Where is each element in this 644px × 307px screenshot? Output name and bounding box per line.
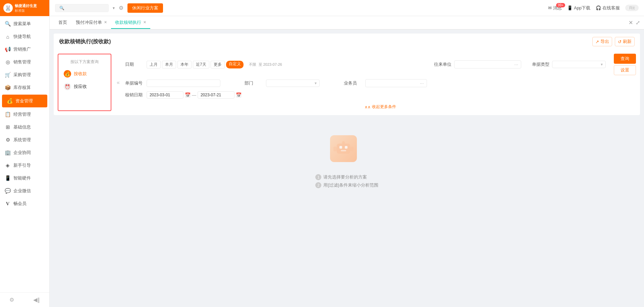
counterpart-row: 往来单位 ··· 单据类型 ▾ [434, 60, 606, 68]
refresh-button[interactable]: ↺ 刷新 [615, 37, 635, 46]
sidebar: 🐰 畅捷通好生意 标准版 🔍 搜索菜单 ⌂ 快捷导航 📢 营销推广 ◎ 销售管理… [0, 0, 50, 307]
tab-receipt-offset-close[interactable]: ✕ [143, 20, 146, 24]
tab-home[interactable]: 首页 [54, 17, 72, 29]
search-icon: 🔍 [59, 6, 64, 10]
date-btn-this-year[interactable]: 本年 [177, 61, 192, 68]
service-icon: 🎧 [596, 5, 601, 10]
date-btn-this-month[interactable]: 本月 [162, 61, 176, 68]
svg-rect-2 [345, 146, 347, 149]
empty-hint-2: 2 用[过滤]条件来缩小分析范围 [315, 182, 378, 188]
staff-input[interactable] [368, 81, 419, 86]
filter-sidebar-title: 按以下方案查询 [58, 58, 111, 67]
sidebar-item-member[interactable]: V 畅会员 [0, 197, 49, 210]
sidebar-settings-btn[interactable]: ⚙ [7, 295, 17, 304]
export-button[interactable]: ↗ 导出 [592, 37, 612, 46]
sidebar-logo: 🐰 畅捷通好生意 标准版 [0, 0, 49, 16]
sidebar-item-inventory[interactable]: 📦 库存核算 [0, 81, 49, 94]
verify-date-label: 核销日期 [125, 92, 143, 98]
msg-badge: 99+ [556, 3, 565, 7]
content-area: 收款核销执行(按收款) ↗ 导出 ↺ 刷新 按以下方案查询 💰 [50, 30, 644, 307]
export-icon: ↗ [595, 39, 599, 44]
user-info[interactable]: Rit [625, 5, 639, 11]
app-icon: 📱 [567, 5, 573, 10]
filter-date-buttons: 上月 本月 本年 近7天 更多 自定义 [147, 61, 244, 68]
verify-date-end-cal-icon[interactable]: 📅 [236, 92, 241, 98]
dept-select[interactable]: ▾ [266, 80, 320, 87]
doc-number-input[interactable] [150, 81, 217, 86]
page-actions: ↗ 导出 ↺ 刷新 [592, 37, 635, 46]
sidebar-item-fund[interactable]: 💰 资金管理 [2, 95, 47, 107]
tab-receipt-offset[interactable]: 收款核销执行 ✕ [111, 17, 150, 29]
date-btn-more[interactable]: 更多 [211, 61, 225, 68]
filter-option-by-receipt[interactable]: 💰 按收款 [58, 67, 111, 80]
tab-prepay-close[interactable]: ✕ [104, 20, 107, 24]
verify-date-end-input[interactable] [198, 91, 234, 99]
tab-prepay[interactable]: 预付冲应付单 ✕ [72, 17, 111, 29]
filter-row-2: 单据编号 部门 ▾ 业务员 ··· [125, 79, 636, 87]
topbar: 🔍 ▾ ⚙ 休闲行业方案 ✉ 消息 99+ 📱 App下载 🎧 在线客服 Rit [50, 0, 644, 16]
system-icon: ⚙ [5, 137, 11, 143]
sidebar-item-enterprise[interactable]: 🏢 企业协同 [0, 146, 49, 159]
logo-icon: 🐰 [3, 3, 13, 13]
sidebar-item-basic[interactable]: ⊞ 基础信息 [0, 121, 49, 134]
staff-input-wrap: ··· [365, 79, 427, 87]
hint-num-1: 1 [315, 174, 321, 180]
sidebar-item-sales[interactable]: ◎ 销售管理 [0, 56, 49, 68]
msg-button[interactable]: ✉ 消息 99+ [548, 5, 562, 11]
query-settings-area: 往来单位 ··· 单据类型 ▾ [434, 60, 606, 68]
settings-button[interactable]: 设置 [614, 65, 636, 75]
topbar-dropdown-icon[interactable]: ▾ [113, 6, 115, 10]
filter-collapse-toggle[interactable]: « [115, 54, 121, 111]
page-title: 收款核销执行(按收款) [59, 38, 111, 45]
online-service-button[interactable]: 🎧 在线客服 [596, 5, 620, 11]
sidebar-item-operation[interactable]: 📋 经营管理 [0, 108, 49, 121]
search-menu-icon: 🔍 [5, 21, 11, 27]
window-controls: ✕ ⤢ [629, 19, 640, 26]
home-icon: ⌂ [5, 34, 11, 40]
sidebar-item-search[interactable]: 🔍 搜索菜单 [0, 17, 49, 30]
date-no-limit: 不限 至 2023-07-26 [249, 62, 282, 67]
topbar-search[interactable]: 🔍 [55, 4, 109, 12]
operation-icon: 📋 [5, 111, 11, 117]
hardware-icon: 📱 [5, 175, 11, 181]
solution-button[interactable]: 休闲行业方案 [127, 3, 163, 13]
sidebar-collapse-btn[interactable]: ◀‖ [31, 295, 43, 304]
logo-title: 畅捷通好生意 [15, 3, 37, 8]
robot-svg [333, 139, 354, 159]
date-btn-7days[interactable]: 近7天 [193, 61, 209, 68]
enterprise-icon: 🏢 [5, 150, 11, 156]
sidebar-item-hardware[interactable]: 📱 智能硬件 [0, 172, 49, 185]
query-button[interactable]: 查询 [614, 54, 636, 64]
date-custom-badge[interactable]: 自定义 [226, 61, 244, 68]
close-window-icon[interactable]: ✕ [629, 19, 633, 26]
staff-more-icon[interactable]: ··· [420, 81, 424, 86]
sidebar-item-system[interactable]: ⚙ 系统管理 [0, 134, 49, 146]
msg-icon: ✉ [548, 5, 552, 10]
sidebar-item-quick-nav[interactable]: ⌂ 快捷导航 [0, 30, 49, 43]
counterpart-more-icon[interactable]: ··· [514, 62, 518, 67]
topbar-gear-icon[interactable]: ⚙ [119, 5, 123, 11]
sidebar-item-guide[interactable]: ◈ 新手引导 [0, 159, 49, 172]
counterpart-label: 往来单位 [434, 61, 451, 67]
filter-option-by-receivable[interactable]: ⏰ 按应收 [58, 80, 111, 93]
filter-fields: 日期 上月 本月 本年 近7天 更多 自定义 不限 至 2023-07-26 [125, 54, 636, 111]
svg-rect-0 [337, 144, 350, 154]
main-area: 🔍 ▾ ⚙ 休闲行业方案 ✉ 消息 99+ 📱 App下载 🎧 在线客服 Rit [50, 0, 644, 307]
collapse-more-button[interactable]: ∧∧ 收起更多条件 [125, 103, 636, 111]
counterpart-input[interactable] [457, 62, 513, 67]
doc-number-input-wrap [147, 80, 220, 87]
hint-num-2: 2 [315, 182, 321, 188]
doc-type-select[interactable]: ▾ [552, 61, 606, 68]
verify-date-start-input[interactable] [147, 91, 183, 99]
app-download-button[interactable]: 📱 App下载 [567, 5, 590, 11]
verify-date-start-cal-icon[interactable]: 📅 [185, 92, 191, 98]
verify-date-range: 📅 — 📅 [147, 91, 241, 99]
sidebar-item-purchase[interactable]: 🛒 采购管理 [0, 68, 49, 81]
action-buttons-col: 查询 设置 [614, 54, 636, 75]
date-btn-last-month[interactable]: 上月 [147, 61, 161, 68]
sidebar-item-marketing[interactable]: 📢 营销推广 [0, 43, 49, 56]
svg-rect-1 [339, 146, 342, 149]
expand-window-icon[interactable]: ⤢ [636, 19, 640, 26]
chevron-left-icon: « [117, 80, 120, 86]
sidebar-item-wechat[interactable]: 💬 企业微信 [0, 185, 49, 197]
